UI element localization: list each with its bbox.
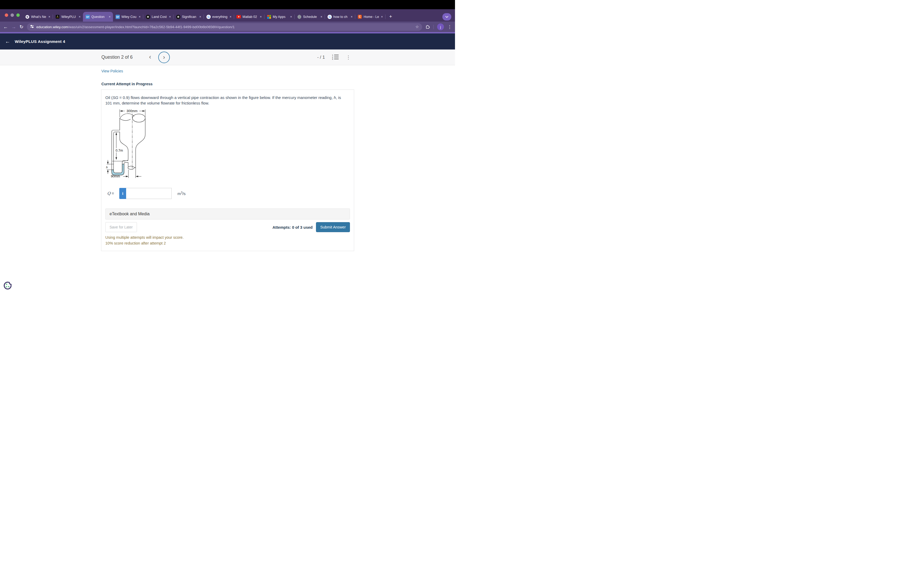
browser-tab[interactable]: WileyPLU × [53,12,83,22]
answer-unit: m3/s [178,191,186,196]
figure-bottom-dimension: 90mm [111,174,120,178]
url-text: education.wiley.com/was/ui/v2/assessment… [36,25,234,29]
etextbook-media-bar[interactable]: eTextbook and Media [105,208,350,220]
tab-label: What's Ne [31,15,46,19]
wileyplus-wp-icon: WP [115,15,120,19]
youtube-icon [236,15,241,19]
tab-close-icon[interactable]: × [138,15,141,19]
tab-label: Wiley Cou [121,15,137,19]
tab-label: Land Cost [152,15,167,19]
svg-text:G: G [207,15,210,18]
svg-text:1: 1 [332,54,333,56]
question-nav-bar: Question 2 of 6 ‹ › - / 1 123 ⋮ [0,50,455,65]
google-icon: G [206,15,211,19]
site-settings-icon[interactable] [30,24,34,29]
tab-label: how to ch [333,15,349,19]
browser-tab[interactable]: G how to ch × [325,12,355,22]
figure-manometer-reading: h [106,166,108,169]
browser-tab-active[interactable]: WP Question × [83,12,113,22]
browser-tab[interactable]: Matlab 02 × [234,12,264,22]
macos-top-strip [0,0,455,9]
svg-text:2: 2 [332,57,333,58]
tab-label: Significan [182,15,197,19]
attempt-warnings: Using multiple attempts will impact your… [105,234,350,246]
new-tab-button[interactable]: + [389,14,392,19]
chrome-whirl-icon [25,15,29,19]
svg-text:WP: WP [116,16,119,18]
browser-tab[interactable]: What's Ne × [23,12,53,22]
canvas-c-icon: C [357,15,362,19]
browser-tab[interactable]: G everything × [204,12,234,22]
assignment-title: WileyPLUS Assignment 4 [15,39,65,44]
browser-tab[interactable]: My Apps × [264,12,294,22]
chatgpt-icon [145,15,150,19]
tab-label: Home - Le [364,15,379,19]
question-list-icon[interactable]: 123 [332,54,339,61]
figure-top-dimension: 300mm [126,109,137,113]
forward-icon: → [11,24,16,29]
browser-tab[interactable]: Land Cost × [143,12,173,22]
browser-tab[interactable]: Significan × [173,12,204,22]
address-bar[interactable]: education.wiley.com/was/ui/v2/assessment… [27,23,422,31]
close-window-button[interactable] [5,13,8,17]
view-policies-link[interactable]: View Policies [101,69,123,73]
tab-label: My Apps [273,15,288,19]
answer-row: Q = i m3/s [107,188,350,199]
warning-line: 10% score reduction after attempt 2 [105,240,350,246]
tab-close-icon[interactable]: × [48,15,51,19]
actions-row: Save for Later Attempts: 0 of 3 used Sub… [105,222,350,232]
svg-text:WP: WP [86,16,89,18]
tab-close-icon[interactable]: × [78,15,81,19]
profile-avatar[interactable]: j [437,23,444,30]
question-menu-kebab-icon[interactable]: ⋮ [346,55,351,60]
previous-question-icon[interactable]: ‹ [149,53,151,61]
tab-close-icon[interactable]: × [380,15,383,19]
tab-search-chevron-button[interactable] [442,13,451,21]
figure-height-dimension: 0.7m [116,149,123,152]
tab-close-icon[interactable]: × [168,15,171,19]
next-question-button[interactable]: › [158,52,170,63]
tab-bar: What's Ne × WileyPLU × WP Question × WP … [0,9,455,22]
submit-answer-button[interactable]: Submit Answer [316,222,350,232]
browser-tab[interactable]: WP Wiley Cou × [113,12,143,22]
pipe-contraction-figure: 300mm 0.7m h 90mm [105,109,350,181]
reload-icon[interactable]: ↻ [19,24,23,29]
svg-text:C: C [359,15,361,18]
tab-close-icon[interactable]: × [229,15,232,19]
back-icon[interactable]: ← [3,24,8,29]
tab-close-icon[interactable]: × [320,15,323,19]
assessment-content: View Policies Current Attempt in Progres… [101,65,354,251]
tab-label: Question [91,15,107,19]
url-host: education.wiley.com [36,25,68,29]
canvas-csulb-icon [55,15,60,19]
tab-label: Matlab 02 [242,15,258,19]
tab-close-icon[interactable]: × [259,15,262,19]
tab-close-icon[interactable]: × [199,15,202,19]
browser-menu-kebab-icon[interactable]: ⋮ [448,24,452,30]
cookie-consent-icon[interactable] [3,281,13,291]
question-text: Oil (SG = 0.9) flows downward through a … [105,95,348,106]
browser-tab[interactable]: C Home - Le × [355,12,385,22]
attempt-heading: Current Attempt in Progress [101,82,354,86]
bookmark-star-icon[interactable]: ☆ [415,24,419,29]
tab-label: everything [212,15,228,19]
window-controls [5,13,20,17]
save-for-later-button[interactable]: Save for Later [105,222,137,232]
url-path: /was/ui/v2/assessment-player/index.html?… [68,25,234,29]
question-panel: Oil (SG = 0.9) flows downward through a … [101,89,354,251]
browser-tab[interactable]: Schedule × [295,12,325,22]
back-arrow-icon[interactable]: ← [5,39,10,44]
tab-close-icon[interactable]: × [289,15,293,19]
svg-text:3: 3 [332,58,333,60]
assignment-header: ← WileyPLUS Assignment 4 [0,34,455,50]
answer-info-button[interactable]: i [119,188,126,199]
zoom-window-button[interactable] [16,13,20,17]
extensions-puzzle-icon[interactable] [425,24,430,30]
svg-text:G: G [328,15,331,18]
answer-label: Q = [107,191,119,196]
minimize-window-button[interactable] [11,13,14,17]
tab-strip: What's Ne × WileyPLU × WP Question × WP … [23,9,392,22]
tab-close-icon[interactable]: × [350,15,353,19]
tab-close-icon[interactable]: × [108,15,111,19]
answer-input[interactable] [126,188,172,199]
